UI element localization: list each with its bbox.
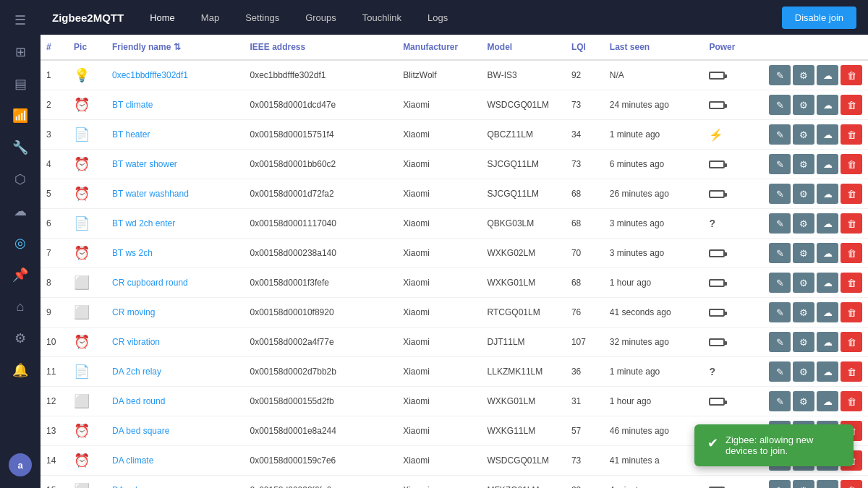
delete-button[interactable]: 🗑 (841, 124, 862, 145)
row-friendly-name[interactable]: DA climate (106, 446, 244, 476)
row-friendly-name[interactable]: CR moving (106, 298, 244, 328)
hamburger-menu-icon[interactable]: ☰ (6, 6, 35, 35)
share-button[interactable]: ⚙ (793, 273, 814, 293)
edit-button[interactable]: ✎ (769, 332, 791, 352)
cloud-button[interactable]: ☁ (817, 243, 838, 263)
delete-button[interactable]: 🗑 (841, 154, 862, 174)
cloud-button[interactable]: ☁ (817, 391, 838, 411)
cloud-button[interactable]: ☁ (817, 302, 838, 322)
delete-button[interactable]: 🗑 (841, 361, 862, 382)
delete-button[interactable]: 🗑 (841, 213, 862, 234)
share-button[interactable]: ⚙ (793, 332, 814, 352)
wrench-icon[interactable]: 🔧 (6, 133, 35, 162)
cloud-icon[interactable]: ☁ (6, 197, 35, 226)
share-button[interactable]: ⚙ (793, 243, 814, 263)
row-friendly-name[interactable]: BT ws 2ch (106, 239, 244, 268)
device-name-link[interactable]: DA climate (112, 455, 153, 466)
nav-home[interactable]: Home (144, 9, 181, 26)
device-name-link[interactable]: BT water shower (112, 159, 177, 169)
device-name-link[interactable]: DA cube (112, 485, 145, 488)
share-button[interactable]: ⚙ (793, 361, 814, 382)
nav-map[interactable]: Map (195, 9, 225, 26)
devices-icon[interactable]: ▤ (6, 69, 35, 98)
cloud-button[interactable]: ☁ (817, 213, 838, 234)
share-button[interactable]: ⚙ (793, 480, 814, 488)
edit-button[interactable]: ✎ (769, 154, 791, 174)
row-friendly-name[interactable]: BT climate (106, 90, 244, 120)
nav-logs[interactable]: Logs (422, 9, 454, 26)
cloud-button[interactable]: ☁ (817, 65, 838, 85)
edit-button[interactable]: ✎ (769, 95, 791, 115)
cloud-button[interactable]: ☁ (817, 154, 838, 174)
delete-button[interactable]: 🗑 (841, 332, 862, 352)
col-header-lqi[interactable]: LQI (566, 35, 604, 60)
device-name-link[interactable]: CR vibration (112, 337, 160, 347)
device-name-link[interactable]: BT water washhand (112, 189, 189, 199)
delete-button[interactable]: 🗑 (841, 243, 862, 263)
col-header-friendly-name[interactable]: Friendly name ⇅ (106, 35, 244, 60)
col-header-last-seen[interactable]: Last seen (604, 35, 704, 60)
device-name-link[interactable]: DA 2ch relay (112, 367, 161, 377)
device-name-link[interactable]: BT wd 2ch enter (112, 218, 175, 228)
cloud-button[interactable]: ☁ (817, 95, 838, 115)
edit-button[interactable]: ✎ (769, 65, 791, 85)
edit-button[interactable]: ✎ (769, 213, 791, 234)
share-button[interactable]: ⚙ (793, 302, 814, 322)
share-button[interactable]: ⚙ (793, 184, 814, 204)
edit-button[interactable]: ✎ (769, 480, 791, 488)
circle-dot-icon[interactable]: ⬡ (6, 165, 35, 194)
share-button[interactable]: ⚙ (793, 154, 814, 174)
row-friendly-name[interactable]: DA bed square (106, 416, 244, 446)
active-icon[interactable]: ◎ (6, 228, 35, 257)
row-friendly-name[interactable]: DA bed round (106, 387, 244, 416)
delete-button[interactable]: 🗑 (841, 273, 862, 293)
edit-button[interactable]: ✎ (769, 243, 791, 263)
cloud-button[interactable]: ☁ (817, 332, 838, 352)
share-button[interactable]: ⚙ (793, 124, 814, 145)
edit-button[interactable]: ✎ (769, 273, 791, 293)
device-name-link[interactable]: BT ws 2ch (112, 248, 153, 258)
bell-icon[interactable]: 🔔 (6, 356, 35, 385)
share-button[interactable]: ⚙ (793, 95, 814, 115)
settings-icon[interactable]: ⚙ (6, 324, 35, 353)
cloud-button[interactable]: ☁ (817, 361, 838, 382)
edit-button[interactable]: ✎ (769, 361, 791, 382)
row-friendly-name[interactable]: CR cupboard round (106, 268, 244, 298)
nav-settings[interactable]: Settings (239, 9, 285, 26)
dashboard-icon[interactable]: ⊞ (6, 38, 35, 67)
disable-join-button[interactable]: Disable join (782, 7, 856, 29)
edit-button[interactable]: ✎ (769, 302, 791, 322)
edit-button[interactable]: ✎ (769, 391, 791, 411)
delete-button[interactable]: 🗑 (841, 184, 862, 204)
edit-button[interactable]: ✎ (769, 184, 791, 204)
chart-icon[interactable]: 📶 (6, 101, 35, 130)
col-header-ieee[interactable]: IEEE address (244, 35, 397, 60)
delete-button[interactable]: 🗑 (841, 480, 862, 488)
row-friendly-name[interactable]: BT wd 2ch enter (106, 209, 244, 239)
device-name-link[interactable]: BT heater (112, 129, 150, 140)
device-name-link[interactable]: CR cupboard round (112, 278, 188, 288)
cloud-button[interactable]: ☁ (817, 124, 838, 145)
cloud-button[interactable]: ☁ (817, 480, 838, 488)
nav-touchlink[interactable]: Touchlink (357, 9, 407, 26)
row-friendly-name[interactable]: BT heater (106, 120, 244, 150)
delete-button[interactable]: 🗑 (841, 95, 862, 115)
pin-icon[interactable]: 📌 (6, 260, 35, 289)
nav-groups[interactable]: Groups (299, 9, 342, 26)
device-name-link[interactable]: CR moving (112, 307, 155, 317)
edit-button[interactable]: ✎ (769, 124, 791, 145)
device-name-link[interactable]: 0xec1bbdfffe302df1 (112, 70, 188, 80)
col-header-manufacturer[interactable]: Manufacturer (397, 35, 481, 60)
row-friendly-name[interactable]: DA cube (106, 476, 244, 489)
user-avatar[interactable]: a (9, 453, 32, 476)
cloud-button[interactable]: ☁ (817, 273, 838, 293)
row-friendly-name[interactable]: BT water washhand (106, 179, 244, 209)
delete-button[interactable]: 🗑 (841, 391, 862, 411)
share-button[interactable]: ⚙ (793, 391, 814, 411)
device-name-link[interactable]: DA bed round (112, 396, 165, 406)
delete-button[interactable]: 🗑 (841, 65, 862, 85)
device-name-link[interactable]: BT climate (112, 100, 153, 110)
row-friendly-name[interactable]: 0xec1bbdfffe302df1 (106, 60, 244, 90)
share-button[interactable]: ⚙ (793, 65, 814, 85)
col-header-model[interactable]: Model (482, 35, 566, 60)
